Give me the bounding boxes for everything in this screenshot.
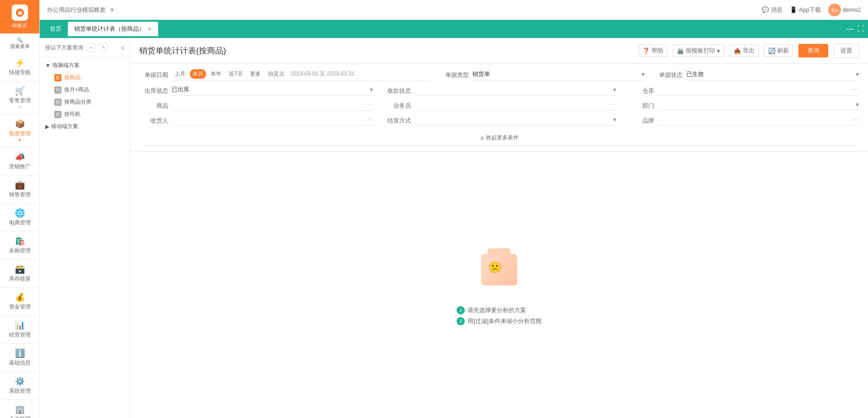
wholesale-arrow: ▾ (19, 138, 21, 142)
doc-type-dropdown-icon[interactable]: ▾ (642, 71, 645, 78)
query-btn[interactable]: 查询 (798, 44, 828, 57)
sidebar-item-retail[interactable]: 🛒 零售管理 ▾ (0, 81, 39, 114)
sidebar-item-finance[interactable]: 💰 资金管理 (0, 288, 39, 316)
empty-step-2: 2 用[过滤]条件来缩小分析范围 (457, 317, 541, 325)
date-range-display: 2023-03-01 至 2023-03-31 (291, 70, 354, 78)
sidebar-item-marketing[interactable]: 📣 营销推广 (0, 147, 39, 176)
print-btn[interactable]: 🖨️ 按模板打印 ▾ (673, 44, 724, 57)
print-dropdown-icon: ▾ (717, 48, 720, 54)
brand-input[interactable] (658, 116, 853, 123)
tab-home-label: 首页 (50, 25, 61, 33)
export-icon: 📤 (734, 48, 741, 54)
tab-maximize-btn[interactable]: ⛶ (857, 25, 864, 33)
recipient-input[interactable] (172, 116, 367, 123)
retail-icon: 🛒 (15, 86, 25, 96)
settlement-input[interactable] (415, 116, 613, 123)
inventory-icon: 🗃️ (15, 264, 25, 274)
salesperson-input[interactable] (415, 101, 610, 108)
settlement-dropdown-icon[interactable]: ▾ (613, 116, 616, 123)
sidebar-item-operations[interactable]: 📊 经营管理 (0, 316, 39, 344)
department-control: ▾ (658, 101, 859, 110)
doc-type-value: 销货单 (472, 70, 490, 78)
step-1-text: 请先选择要分析的方案 (467, 306, 526, 314)
sidebar-item-inventory[interactable]: 🗃️ 库存核算 (0, 260, 39, 288)
warehouse-status-dropdown-icon[interactable]: ▾ (370, 86, 373, 93)
salesperson-dots-icon[interactable]: ··· (610, 100, 616, 109)
tree-child-by-month-product[interactable]: 均 按月+商品 (40, 84, 130, 96)
payment-status-dropdown-icon[interactable]: ▾ (613, 86, 616, 93)
edit-icon: ✎ (102, 45, 106, 51)
tab-minimize-btn[interactable]: — (846, 25, 854, 33)
topbar-dropdown-icon[interactable]: ▼ (109, 7, 115, 13)
sidebar-item-procurement[interactable]: 🛍️ 采购管理 (0, 232, 39, 260)
sidebar-item-wholesale[interactable]: 📦 批发管理 ▾ (0, 114, 39, 147)
by-category-icon: 回 (54, 99, 61, 106)
refresh-btn[interactable]: 🔄 刷新 (764, 44, 793, 57)
help-btn[interactable]: ❓ 帮助 (638, 44, 667, 57)
sidebar-search[interactable]: 🔍 搜索菜单 (10, 33, 30, 53)
empty-step-1: 1 请先选择要分析的方案 (457, 306, 541, 314)
tree-child-by-cashier[interactable]: 按 按司机 (40, 108, 130, 120)
retail-arrow: ▾ (19, 104, 21, 109)
tab-close-icon[interactable]: ✕ (147, 26, 152, 32)
sidebar-item-quick-nav[interactable]: ⚡ 快捷导航 (0, 53, 39, 81)
header-actions: ❓ 帮助 🖨️ 按模板打印 ▾ 📤 导出 � (638, 43, 859, 58)
user-menu[interactable]: Ea demo2 (828, 4, 861, 16)
sidebar-item-system[interactable]: ⚙️ 系统管理 (0, 372, 39, 400)
empty-illustration: 😕 (472, 245, 526, 299)
brand-dots-icon[interactable]: ··· (853, 115, 859, 124)
by-month-product-label: 按月+商品 (64, 86, 89, 94)
main-area: 办公用品行业模拟账套 ▼ 💬 消息 📱 App下载 Ea demo2 首页 (40, 0, 868, 418)
panel-collapse-btn[interactable]: « (121, 44, 124, 51)
tree-pc-section[interactable]: ▼ 电脑端方案 (40, 59, 130, 71)
content-area: 按以下方案查询 + ✎ « ▼ 电脑端方案 按 按商品 (40, 38, 868, 418)
tree-child-by-product[interactable]: 按 按商品 (40, 71, 130, 84)
sidebar-item-enterprise[interactable]: 🏢 企业协同 (0, 400, 39, 418)
app-download-btn[interactable]: 📱 App下载 (790, 6, 821, 14)
filter-row-1: 单据日期 上月 本月 本年 近7天 更多 自定义 2023-03-01 至 20… (139, 69, 859, 81)
help-icon: ❓ (642, 48, 650, 54)
sidebar-item-basic[interactable]: ℹ️ 基础信息 (0, 344, 39, 372)
recipient-dots-icon[interactable]: ··· (367, 115, 373, 124)
tree-mobile-section[interactable]: ▶ 移动端方案 (40, 120, 130, 133)
panel-header-label: 按以下方案查询 (45, 44, 83, 52)
left-panel-header: 按以下方案查询 + ✎ « (40, 38, 130, 57)
marketing-icon: 📣 (15, 152, 25, 162)
product-input[interactable] (172, 101, 367, 108)
brand-label: 品牌 (625, 117, 658, 125)
panel-edit-btn[interactable]: ✎ (99, 43, 108, 52)
department-input[interactable] (658, 101, 856, 108)
department-dropdown-icon[interactable]: ▾ (856, 101, 859, 108)
sidebar-item-ecommerce[interactable]: 🌐 电商管理 (0, 204, 39, 232)
settings-btn[interactable]: 设置 (834, 43, 859, 58)
payment-status-input[interactable] (415, 86, 613, 93)
tab-home[interactable]: 首页 (43, 22, 68, 36)
product-dots-icon[interactable]: ··· (367, 100, 373, 109)
quick-nav-label: 快捷导航 (9, 69, 31, 76)
collapse-bar[interactable]: ∧ 收起更多条件 (139, 130, 859, 146)
filter-area: 单据日期 上月 本月 本年 近7天 更多 自定义 2023-03-01 至 20… (130, 64, 868, 152)
refresh-label: 刷新 (777, 47, 789, 55)
app-logo[interactable]: 畅 标账页 (0, 0, 39, 33)
marketing-label: 营销推广 (9, 163, 31, 171)
date-btn-last-month[interactable]: 上月 (172, 69, 188, 79)
doc-status-dropdown-icon[interactable]: ▾ (856, 71, 859, 78)
warehouse-dots-icon[interactable]: ··· (853, 86, 859, 94)
date-quick-btns: 上月 本月 本年 近7天 更多 自定义 2023-03-01 至 2023-03… (172, 69, 354, 79)
date-btn-custom[interactable]: 自定义 (265, 69, 287, 79)
date-btn-this-month[interactable]: 本月 (190, 69, 206, 79)
date-btn-this-year[interactable]: 本年 (208, 69, 224, 79)
export-btn[interactable]: 📤 导出 (730, 44, 759, 57)
sidebar: 畅 标账页 🔍 搜索菜单 ⚡ 快捷导航 🛒 零售管理 ▾ 📦 批发管理 ▾ 📣 … (0, 0, 40, 418)
warehouse-input[interactable] (658, 86, 853, 93)
date-btn-7days[interactable]: 近7天 (226, 69, 245, 79)
sidebar-item-sales[interactable]: 💼 销售管理 (0, 176, 39, 204)
finance-label: 资金管理 (9, 303, 31, 311)
panel-add-btn[interactable]: + (86, 43, 96, 52)
doc-type-filter-control: 销货单 ▾ (472, 70, 645, 81)
wholesale-icon: 📦 (15, 119, 25, 129)
tree-child-by-category[interactable]: 回 按商品分类 (40, 96, 130, 108)
message-btn[interactable]: 💬 消息 (762, 6, 783, 14)
tab-sales-stats[interactable]: 销货单统计计表（按商品） ✕ (68, 22, 158, 36)
date-btn-more[interactable]: 更多 (247, 69, 264, 79)
